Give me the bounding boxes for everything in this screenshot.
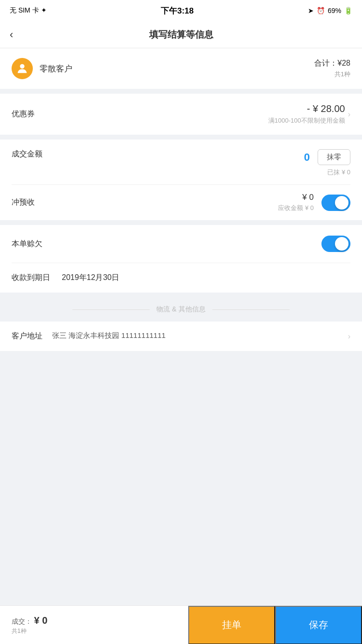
- coupon-value: - ¥ 28.00 满1000-100不限制使用金额: [268, 103, 345, 125]
- customer-row: 零散客户 合计：¥28 共1种: [0, 48, 362, 89]
- customer-name: 零散客户: [40, 63, 72, 74]
- battery-icon: 🔋: [344, 7, 352, 14]
- deal-value-area: 0 抹零: [304, 149, 350, 165]
- customer-right: 合计：¥28 共1种: [314, 58, 350, 79]
- deal-number: 0: [304, 151, 310, 164]
- deal-card: 成交金额 0 抹零 已抹 ¥ 0 冲预收 ¥ 0 应收金额 ¥ 0: [0, 140, 362, 220]
- content: 零散客户 合计：¥28 共1种 优惠券 - ¥ 28.00 满1000-100不…: [0, 48, 362, 399]
- bottom-summary: 成交： ¥ 0 共1种: [0, 615, 188, 635]
- battery-text: 69%: [328, 7, 341, 14]
- divider-line-right: [212, 309, 290, 310]
- customer-card: 零散客户 合计：¥28 共1种: [0, 48, 362, 89]
- status-bar: 无 SIM 卡 ✦ 下午3:18 ➤ ⏰ 69% 🔋: [0, 0, 362, 21]
- deal-label: 成交金额: [12, 149, 42, 159]
- deal-sub: 已抹 ¥ 0: [0, 168, 362, 184]
- coupon-row[interactable]: 优惠券 - ¥ 28.00 满1000-100不限制使用金额 ›: [0, 94, 362, 135]
- bottom-count: 共1种: [12, 627, 177, 635]
- coupon-desc: 满1000-100不限制使用金额: [268, 116, 345, 125]
- address-row[interactable]: 客户地址 张三 海淀永丰科技园 11111111111 ›: [0, 322, 362, 351]
- avatar: [12, 58, 33, 79]
- debt-toggle[interactable]: [321, 236, 350, 252]
- prepay-values: ¥ 0 应收金额 ¥ 0: [278, 193, 314, 212]
- address-label: 客户地址: [12, 331, 42, 341]
- prepay-right: ¥ 0 应收金额 ¥ 0: [278, 193, 350, 212]
- location-icon: ➤: [308, 7, 314, 14]
- section-label-text: 物流 & 其他信息: [156, 305, 205, 314]
- address-card[interactable]: 客户地址 张三 海淀永丰科技园 11111111111 ›: [0, 322, 362, 351]
- due-label: 收款到期日: [12, 273, 50, 283]
- prepay-label: 冲预收: [12, 197, 35, 208]
- coupon-card[interactable]: 优惠券 - ¥ 28.00 满1000-100不限制使用金额 ›: [0, 94, 362, 135]
- alarm-icon: ⏰: [317, 7, 325, 14]
- coupon-right: - ¥ 28.00 满1000-100不限制使用金额 ›: [268, 103, 350, 125]
- divider-line-left: [72, 309, 150, 310]
- address-left: 客户地址 张三 海淀永丰科技园 11111111111: [12, 331, 166, 341]
- bottom-amount: ¥ 0: [34, 615, 47, 626]
- deal-row: 成交金额 0 抹零: [0, 140, 362, 168]
- debt-row: 本单赊欠: [0, 225, 362, 263]
- prepay-receivable: 应收金额 ¥ 0: [278, 204, 314, 212]
- coupon-amount: - ¥ 28.00: [268, 103, 345, 114]
- back-button[interactable]: ‹: [10, 28, 13, 41]
- section-divider: 物流 & 其他信息: [0, 297, 362, 322]
- prepay-row: 冲预收 ¥ 0 应收金额 ¥ 0: [0, 185, 362, 220]
- due-value: 2019年12月30日: [62, 273, 119, 283]
- round-zero-button[interactable]: 抹零: [318, 149, 350, 165]
- status-time: 下午3:18: [161, 5, 194, 16]
- debt-label: 本单赊欠: [12, 239, 42, 249]
- customer-count: 共1种: [314, 70, 350, 79]
- due-row: 收款到期日 2019年12月30日: [0, 263, 362, 293]
- customer-left: 零散客户: [12, 58, 72, 79]
- prepay-toggle[interactable]: [321, 195, 350, 211]
- address-value: 张三 海淀永丰科技园 11111111111: [52, 331, 166, 341]
- svg-point-0: [20, 64, 24, 69]
- sim-status: 无 SIM 卡 ✦: [10, 6, 47, 15]
- prepay-amount: ¥ 0: [278, 193, 314, 202]
- customer-total: 合计：¥28: [314, 58, 350, 69]
- status-right: ➤ ⏰ 69% 🔋: [308, 7, 352, 14]
- chevron-right-icon: ›: [348, 110, 350, 119]
- bottom-deal-label: 成交：: [12, 617, 32, 625]
- page-title: 填写结算等信息: [149, 28, 213, 41]
- address-chevron-icon: ›: [348, 332, 350, 341]
- debt-card: 本单赊欠 收款到期日 2019年12月30日: [0, 225, 362, 293]
- status-left: 无 SIM 卡 ✦: [10, 6, 47, 15]
- bottom-bar: 成交： ¥ 0 共1种 挂单 保存: [0, 605, 362, 644]
- bottom-deal-line: 成交： ¥ 0: [12, 615, 177, 626]
- coupon-label: 优惠券: [12, 109, 35, 119]
- nav-bar: ‹ 填写结算等信息: [0, 21, 362, 48]
- debt-toggle-knob: [335, 237, 348, 251]
- hang-button[interactable]: 挂单: [188, 606, 275, 644]
- toggle-knob: [335, 196, 348, 210]
- save-button[interactable]: 保存: [275, 606, 362, 644]
